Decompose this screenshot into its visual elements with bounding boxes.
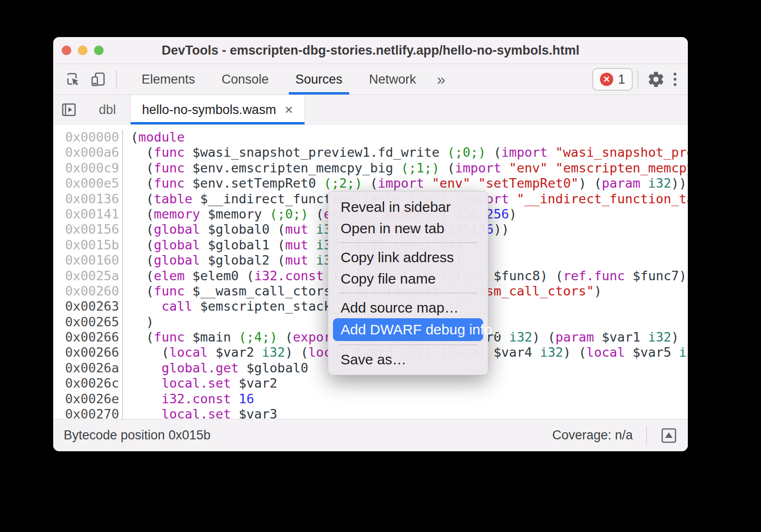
toolbar-separator <box>637 70 638 88</box>
file-tab-label: hello-no-symbols.wasm <box>142 103 276 117</box>
line-code[interactable]: global.get $global0 <box>123 361 308 376</box>
traffic-lights <box>62 46 104 55</box>
context-menu: Reveal in sidebarOpen in new tabCopy lin… <box>328 191 488 375</box>
line-address[interactable]: 0x000c9 <box>53 161 123 176</box>
menu-item-copy-file-name[interactable]: Copy file name <box>328 268 488 289</box>
line-address[interactable]: 0x000e5 <box>53 176 123 191</box>
code-line: 0x0026e i32.const 16 <box>53 391 688 407</box>
line-address[interactable]: 0x000a6 <box>53 145 123 160</box>
line-address[interactable]: 0x00266 <box>53 345 123 360</box>
menu-separator <box>339 293 477 294</box>
line-address[interactable]: 0x00136 <box>53 191 123 207</box>
line-address[interactable]: 0x00000 <box>53 130 123 145</box>
line-code[interactable]: ) <box>123 314 154 330</box>
minimize-window-button[interactable] <box>78 46 87 55</box>
eject-icon[interactable] <box>660 427 677 444</box>
line-address[interactable]: 0x0025a <box>53 268 123 284</box>
status-bar: Bytecode position 0x015b Coverage: n/a <box>53 419 688 451</box>
menu-item-save-as[interactable]: Save as… <box>328 349 488 370</box>
error-badge[interactable]: ✕ 1 <box>592 68 633 91</box>
navigator-toggle-icon[interactable] <box>53 95 85 124</box>
zoom-window-button[interactable] <box>94 46 104 55</box>
line-code[interactable]: (func $env.setTempRet0 (;2;) (import "en… <box>123 176 687 191</box>
settings-gear-icon[interactable] <box>643 67 669 91</box>
line-address[interactable]: 0x0026e <box>53 391 123 407</box>
code-line: 0x000e5 (func $env.setTempRet0 (;2;) (im… <box>53 176 688 191</box>
code-line: 0x0026c local.set $var2 <box>53 376 688 391</box>
menu-item-add-dwarf-debug-info[interactable]: Add DWARF debug info… <box>333 318 483 341</box>
line-code[interactable]: i32.const 16 <box>123 391 254 407</box>
titlebar: DevTools - emscripten-dbg-stories.netlif… <box>53 37 688 64</box>
close-window-button[interactable] <box>62 46 71 55</box>
code-line: 0x000c9 (func $env.emscripten_memcpy_big… <box>53 161 688 176</box>
line-address[interactable]: 0x0026c <box>53 376 123 391</box>
bytecode-position: Bytecode position 0x015b <box>64 428 210 443</box>
line-address[interactable]: 0x00265 <box>53 314 123 330</box>
menu-item-open-in-new-tab[interactable]: Open in new tab <box>328 218 488 239</box>
line-code[interactable]: local.set $var2 <box>123 376 277 391</box>
error-count: 1 <box>618 72 625 87</box>
line-address[interactable]: 0x00156 <box>53 222 123 237</box>
tab-console[interactable]: Console <box>209 64 282 95</box>
line-address[interactable]: 0x00270 <box>53 407 123 419</box>
line-code[interactable]: (module <box>123 130 185 145</box>
code-line: 0x000a6 (func $wasi_snapshot_preview1.fd… <box>53 145 688 160</box>
screenshot-stage: DevTools - emscripten-dbg-stories.netlif… <box>0 0 761 532</box>
menu-separator <box>339 242 477 243</box>
menu-item-add-source-map[interactable]: Add source map… <box>328 297 488 318</box>
line-address[interactable]: 0x0015b <box>53 238 123 253</box>
code-line: 0x00000(module <box>53 130 688 145</box>
line-code[interactable]: local.set $var3 <box>123 407 277 419</box>
statusbar-separator <box>646 427 647 445</box>
menu-item-reveal-in-sidebar[interactable]: Reveal in sidebar <box>328 196 488 218</box>
window-title: DevTools - emscripten-dbg-stories.netlif… <box>162 43 580 58</box>
line-address[interactable]: 0x00263 <box>53 299 123 314</box>
menu-item-copy-link-address[interactable]: Copy link address <box>328 247 488 268</box>
line-address[interactable]: 0x00260 <box>53 284 123 299</box>
line-code[interactable]: (func $wasi_snapshot_preview1.fd_write (… <box>123 145 688 160</box>
line-address[interactable]: 0x0026a <box>53 361 123 376</box>
kebab-menu-icon[interactable] <box>669 73 681 86</box>
inspect-element-icon[interactable] <box>60 67 86 91</box>
coverage-status: Coverage: n/a <box>552 428 633 443</box>
line-address[interactable]: 0x00141 <box>53 207 123 222</box>
line-code[interactable]: (func $env.emscripten_memcpy_big (;1;) (… <box>123 161 688 176</box>
devtools-toolbar: ElementsConsoleSourcesNetwork » ✕ 1 <box>53 64 688 95</box>
code-line: 0x00270 local.set $var3 <box>53 407 688 419</box>
device-toolbar-icon[interactable] <box>86 67 111 91</box>
close-tab-icon[interactable]: × <box>285 103 293 117</box>
toolbar-separator <box>116 70 117 88</box>
line-address[interactable]: 0x00266 <box>53 330 123 345</box>
tab-elements[interactable]: Elements <box>128 64 209 95</box>
menu-separator <box>339 344 477 345</box>
file-tab-dbl[interactable]: dbl <box>85 95 130 124</box>
tab-sources[interactable]: Sources <box>282 64 356 95</box>
tab-network[interactable]: Network <box>356 64 429 95</box>
line-address[interactable]: 0x00160 <box>53 253 123 268</box>
error-icon: ✕ <box>600 73 613 86</box>
file-tab-active[interactable]: hello-no-symbols.wasm × <box>130 95 305 124</box>
more-panels-chevron[interactable]: » <box>429 71 453 88</box>
file-tab-bar: dbl hello-no-symbols.wasm × <box>53 95 688 125</box>
panel-tabs: ElementsConsoleSourcesNetwork <box>128 64 429 95</box>
